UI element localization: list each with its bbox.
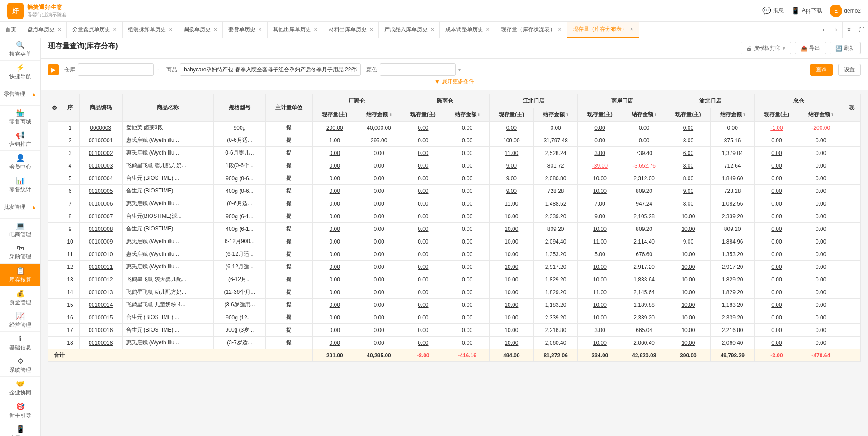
wholesale-label: 批发管理 — [4, 203, 25, 211]
tab-11-label: 现存量（库存分布表） — [573, 25, 627, 33]
sum-now — [843, 349, 860, 362]
table-row: 10 00100009 惠氏启赋 (Wyeth illu... 6-12月900… — [48, 235, 861, 248]
expand-more-btn[interactable]: ▼ 展开更多条件 — [434, 78, 474, 85]
sidebar-item-appstore[interactable]: 📱 应用中心 — [0, 422, 40, 436]
tab-8[interactable]: 产成品入库单历史 ✕ — [379, 22, 440, 38]
sidebar-item-guide[interactable]: 🎯 新手引导 — [0, 399, 40, 422]
settings-btn[interactable]: 设置 — [838, 64, 861, 76]
tab-2[interactable]: 分量盘点单历史 ✕ — [67, 22, 123, 38]
sidebar-item-member[interactable]: 👤 会员中心 — [0, 151, 40, 173]
filter-warehouse: 仓库 ··· — [64, 63, 161, 76]
sidebar-item-wholesale[interactable]: 批发管理 ▲ — [0, 196, 40, 219]
sidebar-mall-label: 零售商城 — [9, 118, 31, 126]
tab-4[interactable]: 调拨单历史 ✕ — [178, 22, 223, 38]
th-factory-group: 厂家仓 — [312, 94, 401, 108]
tab-5[interactable]: 要货单历史 ✕ — [223, 22, 268, 38]
data-table: ⚙ 序 商品编码 商品名称 规格型号 主计量单位 厂家仓 陈南仓 江北门店 南岸… — [48, 94, 861, 362]
nav-close-btn[interactable]: ✕ — [843, 22, 855, 38]
tab-3-label: 组装拆卸单历史 — [128, 26, 166, 33]
sidebar-item-purchase[interactable]: 🛍 采购管理 — [0, 241, 40, 264]
nav-prev-btn[interactable]: ‹ — [817, 22, 830, 38]
tab-1-close[interactable]: ✕ — [57, 27, 61, 32]
tab-9-close[interactable]: ✕ — [486, 27, 490, 32]
sidebar-item-collab[interactable]: 🤝 企业协同 — [0, 377, 40, 399]
content-area: 现存量查询(库存分布) 🖨 按模板打印 ▾ 📤 导出 🔄 刷新 — [41, 38, 868, 436]
tab-10[interactable]: 现存量（库存状况表） ✕ — [495, 22, 567, 38]
th-cn-qty: 现存量(主) — [401, 108, 445, 122]
th-code: 商品编码 — [79, 94, 122, 122]
sidebar-item-inventory[interactable]: 📋 库存核算 — [0, 264, 40, 286]
sidebar-item-system[interactable]: ⚙ 系统管理 — [0, 354, 40, 377]
th-yubeimen-group: 渝北门店 — [666, 94, 755, 108]
sidebar-item-finance[interactable]: 💰 资金管理 — [0, 286, 40, 309]
logo-icon: 好 — [7, 3, 24, 19]
query-btn[interactable]: 查询 — [810, 64, 833, 76]
tab-9[interactable]: 成本调整单历史 ✕ — [440, 22, 495, 38]
goods-input[interactable] — [180, 63, 361, 76]
sidebar-item-marketing[interactable]: 📢 营销推广 — [0, 128, 40, 151]
tab-10-close[interactable]: ✕ — [558, 27, 561, 32]
nav-expand-btn[interactable]: ⛶ — [855, 22, 868, 38]
app-download-btn[interactable]: 📱 App下载 — [791, 6, 822, 15]
sidebar-item-basics[interactable]: ℹ 基础信息 — [0, 332, 40, 354]
tab-3[interactable]: 组装拆卸单历史 ✕ — [123, 22, 178, 38]
sum-f-amt: 40,295.00 — [357, 349, 401, 362]
tab-1[interactable]: 盘点单历史 ✕ — [22, 22, 67, 38]
color-label: 颜色 — [366, 66, 377, 74]
tab-2-close[interactable]: ✕ — [113, 27, 117, 32]
sum-yb-amt: 49,798.29 — [711, 349, 755, 362]
filter-area: ▶ 仓库 ··· 商品 颜色 ▾ 查询 — [41, 59, 868, 90]
tab-6[interactable]: 其他出库单历史 ✕ — [268, 22, 323, 38]
msg-btn[interactable]: 💬 消息 — [762, 6, 784, 15]
tab-8-close[interactable]: ✕ — [430, 27, 434, 32]
th-nanan-group: 南岸门店 — [578, 94, 666, 108]
filter-collapse-btn[interactable]: ▶ — [48, 64, 59, 75]
print-btn[interactable]: 🖨 按模板打印 ▾ — [741, 42, 791, 54]
sidebar-item-ecommerce[interactable]: 💻 电商管理 — [0, 219, 40, 241]
sidebar-item-mall[interactable]: 🏪 零售商城 — [0, 106, 40, 128]
sidebar-item-nav[interactable]: ⚡ 快捷导航 — [0, 61, 40, 83]
goods-label: 商品 — [166, 66, 177, 74]
export-btn[interactable]: 📤 导出 — [795, 42, 826, 54]
filter-expand: ▼ 展开更多条件 — [48, 76, 861, 85]
inventory-icon: 📋 — [16, 267, 25, 275]
th-cn-amt: 结存金额 ℹ — [445, 108, 489, 122]
nav-next-btn[interactable]: › — [830, 22, 843, 38]
tab-7[interactable]: 材料出库单历史 ✕ — [323, 22, 379, 38]
sidebar-item-operation[interactable]: 📈 经营管理 — [0, 309, 40, 332]
tab-3-close[interactable]: ✕ — [169, 27, 172, 32]
tab-4-close[interactable]: ✕ — [213, 27, 217, 32]
sidebar-item-retail-mgmt[interactable]: 零售管理 ▲ — [0, 83, 40, 106]
tab-6-close[interactable]: ✕ — [314, 27, 317, 32]
tab-5-close[interactable]: ✕ — [258, 27, 262, 32]
table-row: 2 00100001 惠氏启赋 (Wyeth illu... (0-6月适...… — [48, 134, 861, 147]
sidebar-stat-label: 零售统计 — [9, 186, 31, 193]
sidebar-item-retail-stat[interactable]: 📊 零售统计 — [0, 173, 40, 196]
table-row: 11 00100010 惠氏启赋 (Wyeth illu... (6-12月适.… — [48, 248, 861, 261]
table-area[interactable]: ⚙ 序 商品编码 商品名称 规格型号 主计量单位 厂家仓 陈南仓 江北门店 南岸… — [41, 90, 868, 436]
logo-area: 好 畅捷通好生意 母婴行业演示陈套 — [7, 3, 67, 19]
warehouse-input[interactable] — [78, 63, 154, 76]
tab-home[interactable]: 首页 — [0, 22, 22, 38]
sidebar-item-search[interactable]: 🔍 搜索英单 — [0, 38, 40, 61]
tab-7-close[interactable]: ✕ — [369, 27, 373, 32]
warehouse-more[interactable]: ··· — [156, 66, 161, 73]
th-now: 现 — [843, 94, 860, 122]
user-area[interactable]: E demo2 — [830, 5, 861, 17]
mall-icon: 🏪 — [16, 108, 25, 117]
tab-5-label: 要货单历史 — [228, 26, 255, 33]
username: demo2 — [844, 8, 861, 14]
th-yb-qty: 现存量(主) — [666, 108, 710, 122]
operation-icon: 📈 — [16, 312, 25, 320]
tab-11-close[interactable]: ✕ — [630, 27, 633, 32]
tab-11[interactable]: 现存量（库存分布表） ✕ — [567, 22, 639, 38]
tab-4-label: 调拨单历史 — [184, 26, 211, 33]
th-unit: 主计量单位 — [266, 94, 313, 122]
summary-row: 合计 201.00 40,295.00 -8.00 -416.16 494.00… — [48, 349, 861, 362]
color-dropdown[interactable]: ▾ — [458, 67, 461, 72]
refresh-btn[interactable]: 🔄 刷新 — [830, 42, 861, 54]
color-input[interactable] — [380, 63, 456, 76]
expand-icon: ▼ — [434, 79, 440, 85]
th-gear[interactable]: ⚙ — [48, 94, 61, 122]
th-chennan-group: 陈南仓 — [401, 94, 490, 108]
